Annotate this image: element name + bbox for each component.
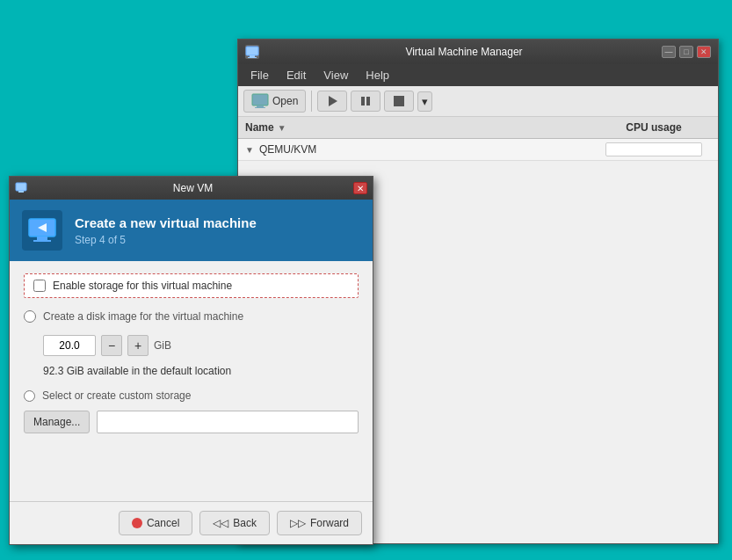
name-column-header: Name <box>245 121 274 134</box>
newvm-title: New VM <box>33 182 353 194</box>
custom-storage-radio[interactable] <box>24 390 35 402</box>
back-button[interactable]: ◁◁ Back <box>199 511 270 535</box>
create-disk-label: Create a disk image for the virtual mach… <box>43 310 243 323</box>
vmm-window-controls: — □ ✕ <box>662 46 711 58</box>
menu-edit[interactable]: Edit <box>278 66 315 84</box>
newvm-step-indicator: Step 4 of 5 <box>75 234 257 246</box>
newvm-app-icon <box>15 182 27 194</box>
play-icon <box>325 94 339 108</box>
enable-storage-checkbox[interactable] <box>33 280 46 292</box>
newvm-header: Create a new virtual machine Step 4 of 5 <box>10 200 373 261</box>
vmm-toolbar: Open ▾ <box>238 86 718 117</box>
newvm-dialog: New VM ✕ Create a new virtual machine St… <box>9 176 373 545</box>
back-label: Back <box>233 517 257 529</box>
decrease-size-button[interactable]: − <box>101 335 122 356</box>
svg-rect-5 <box>255 107 265 108</box>
menu-help[interactable]: Help <box>357 66 398 84</box>
menu-view[interactable]: View <box>315 66 357 84</box>
svg-rect-9 <box>394 96 404 106</box>
toolbar-dropdown[interactable]: ▾ <box>417 91 432 112</box>
close-button[interactable]: ✕ <box>697 46 711 58</box>
stop-button[interactable] <box>384 91 414 112</box>
vmm-menubar: File Edit View Help <box>238 64 718 86</box>
svg-rect-8 <box>366 97 370 105</box>
disk-available-text: 92.3 GiB available in the default locati… <box>43 365 359 377</box>
svg-rect-2 <box>248 57 257 58</box>
forward-label: Forward <box>310 517 349 529</box>
increase-size-button[interactable]: + <box>127 335 149 356</box>
enable-storage-label: Enable storage for this virtual machine <box>53 280 232 292</box>
newvm-titlebar: New VM ✕ <box>10 177 373 200</box>
pause-icon <box>359 94 373 108</box>
back-arrow-icon: ◁◁ <box>213 517 228 529</box>
cancel-button[interactable]: Cancel <box>119 511 192 535</box>
custom-storage-label: Select or create custom storage <box>42 389 191 402</box>
svg-rect-0 <box>246 47 258 55</box>
newvm-main-title: Create a new virtual machine <box>75 215 257 230</box>
svg-rect-4 <box>257 105 264 107</box>
menu-file[interactable]: File <box>242 66 278 84</box>
newvm-close-button[interactable]: ✕ <box>353 182 367 194</box>
create-disk-radio[interactable] <box>24 310 36 323</box>
forward-button[interactable]: ▷▷ Forward <box>277 511 362 535</box>
cpu-bar-area <box>597 142 711 156</box>
enable-storage-row[interactable]: Enable storage for this virtual machine <box>24 273 359 298</box>
svg-rect-10 <box>16 183 26 191</box>
pause-button[interactable] <box>351 91 380 112</box>
disk-unit-label: GiB <box>154 339 171 352</box>
vmm-titlebar: Virtual Machine Manager — □ ✕ <box>238 40 718 64</box>
stop-icon <box>392 94 406 108</box>
svg-rect-1 <box>250 55 255 57</box>
forward-arrow-icon: ▷▷ <box>290 517 306 529</box>
cancel-icon <box>132 518 142 528</box>
cpu-column-header: CPU usage <box>626 121 681 134</box>
table-row[interactable]: ▼ QEMU/KVM <box>238 139 718 161</box>
newvm-header-icon <box>22 210 62 251</box>
manage-button[interactable]: Manage... <box>24 411 90 433</box>
newvm-header-text: Create a new virtual machine Step 4 of 5 <box>75 215 257 246</box>
newvm-footer: Cancel ◁◁ Back ▷▷ Forward <box>10 501 373 544</box>
disk-size-row: − + GiB <box>43 335 359 356</box>
minimize-button[interactable]: — <box>662 46 676 58</box>
cpu-usage-bar <box>605 142 702 156</box>
vm-name: QEMU/KVM <box>259 143 316 156</box>
svg-marker-6 <box>329 96 337 106</box>
cancel-label: Cancel <box>147 517 179 529</box>
vmm-title: Virtual Machine Manager <box>266 46 662 58</box>
toolbar-separator <box>311 91 312 112</box>
create-disk-option[interactable]: Create a disk image for the virtual mach… <box>24 307 359 326</box>
svg-rect-3 <box>252 94 268 105</box>
expand-icon[interactable]: ▼ <box>245 145 256 155</box>
svg-rect-7 <box>361 97 365 105</box>
custom-storage-input[interactable] <box>97 411 359 433</box>
newvm-body: Enable storage for this virtual machine … <box>10 261 373 501</box>
svg-rect-11 <box>18 191 24 193</box>
vmm-app-icon <box>245 45 259 59</box>
manage-storage-row: Manage... <box>24 411 359 433</box>
play-button[interactable] <box>317 91 347 112</box>
svg-rect-14 <box>33 240 51 242</box>
table-header: Name ▼ CPU usage <box>238 117 718 139</box>
svg-rect-13 <box>37 236 47 240</box>
open-label: Open <box>272 95 298 107</box>
open-button[interactable]: Open <box>243 90 306 113</box>
custom-storage-option[interactable]: Select or create custom storage <box>24 389 359 402</box>
monitor-icon <box>251 93 269 109</box>
restore-button[interactable]: □ <box>679 46 693 58</box>
disk-size-input[interactable] <box>43 335 96 356</box>
sort-arrow-icon: ▼ <box>278 123 286 133</box>
